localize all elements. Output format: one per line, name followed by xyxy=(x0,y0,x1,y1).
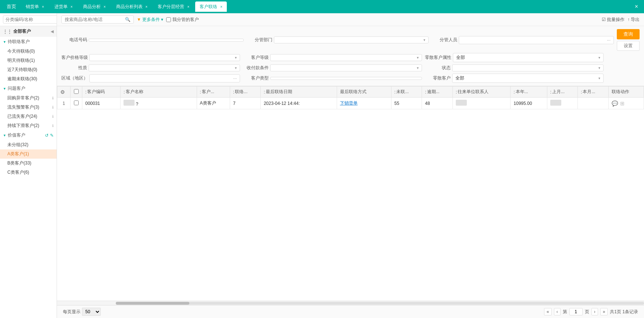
filter-price-grade: 客户价格等级 ▾ xyxy=(61,54,240,61)
sidebar-item-churned[interactable]: 已流失客户(24) ℹ xyxy=(0,112,57,121)
sidebar-item-today-contact[interactable]: 今天待联络(0) xyxy=(0,47,57,56)
col-uncontacted[interactable]: :未联... xyxy=(391,86,422,98)
sidebar-item-ungrouped[interactable]: 未分组(32) xyxy=(0,140,57,149)
all-customers-header[interactable]: ⋮⋮ 全部客户 ◀ xyxy=(0,26,57,37)
filter-search-icon[interactable]: 🔍 xyxy=(125,17,130,22)
col-customer-type[interactable]: :客户... xyxy=(197,86,230,98)
prev-page-btn[interactable]: ‹ xyxy=(554,308,561,315)
col-contact-count[interactable]: :联络... xyxy=(230,86,260,98)
col-this-month[interactable]: :本月... xyxy=(578,86,608,98)
close-product-analysis-list-icon[interactable]: × xyxy=(146,5,148,9)
col-customer-name[interactable]: :客户名称 xyxy=(121,86,197,98)
tab-product-analysis-list[interactable]: 商品分析列表 × xyxy=(112,1,152,12)
sidebar-item-a-class[interactable]: A类客户(1) xyxy=(0,149,57,159)
home-tab[interactable]: 首页 xyxy=(3,3,20,10)
sidebar-item-declining[interactable]: 持续下滑客户(2) ℹ xyxy=(0,121,57,130)
cell-last-contact-method[interactable]: 下销货单 xyxy=(337,98,391,109)
select-all-checkbox[interactable] xyxy=(74,89,79,94)
triangle-down-icon: ▼ xyxy=(3,40,6,44)
contact-method-link[interactable]: 下销货单 xyxy=(340,100,358,106)
nature-select[interactable]: ▾ xyxy=(89,64,240,71)
sidebar-search-input[interactable] xyxy=(3,15,57,24)
tab-purchase-order[interactable]: 进货单 × xyxy=(50,1,77,12)
status-label: 状态 xyxy=(425,65,451,71)
qr-icon[interactable]: ⊞ xyxy=(620,100,625,106)
row-checkbox[interactable] xyxy=(74,100,79,105)
payment-label: 收付款条件 xyxy=(243,65,269,71)
col-date-sort: : xyxy=(264,89,265,95)
retail-select[interactable]: 全部 ▾ xyxy=(452,74,604,83)
tab-customer-tier[interactable]: 客户分层经营 × xyxy=(153,1,194,12)
region-select[interactable]: ··· xyxy=(89,74,240,82)
close-customer-tier-icon[interactable]: × xyxy=(187,5,189,9)
col-overdue[interactable]: :逾期... xyxy=(422,86,452,98)
dept-select[interactable]: ▾ xyxy=(274,36,429,43)
payment-select[interactable]: ▾ xyxy=(270,64,422,71)
my-customers-check[interactable] xyxy=(166,17,171,22)
collapse-icon[interactable]: ◀ xyxy=(51,29,54,33)
page-number-input[interactable] xyxy=(569,308,583,315)
per-page-select[interactable]: 50 100 200 xyxy=(82,308,101,316)
filter-search-input[interactable] xyxy=(65,17,124,22)
tab-product-analysis[interactable]: 商品分析 × xyxy=(79,1,110,12)
more-conditions-btn[interactable]: ▼ 更多条件 ▾ xyxy=(137,17,163,23)
customer-type-select[interactable] xyxy=(270,77,422,80)
chat-icon[interactable]: 💬 xyxy=(612,100,618,106)
customer-grade-select[interactable]: ▾ xyxy=(270,54,422,61)
cell-company-contact xyxy=(452,98,511,109)
sidebar-item-tomorrow-contact[interactable]: 明天待联络(1) xyxy=(0,56,57,65)
close-purchase-order-icon[interactable]: × xyxy=(71,5,73,9)
col-last-contact-method[interactable]: 最后联络方式 xyxy=(337,86,391,98)
col-this-year[interactable]: :本年... xyxy=(511,86,547,98)
col-checkbox[interactable] xyxy=(71,86,82,98)
my-customers-checkbox[interactable]: 我分管的客户 xyxy=(166,17,199,23)
tab-sales-order[interactable]: 销货单 × xyxy=(21,1,49,12)
export-btn[interactable]: ↑ 导出 xyxy=(627,17,640,23)
bottom-scrollbar[interactable] xyxy=(57,301,644,305)
batch-ops-btn[interactable]: ☑ 批量操作 xyxy=(602,17,625,23)
person-dots-icon: ··· xyxy=(607,38,611,43)
per-page-label: 每页显示 xyxy=(63,309,80,315)
phone-select[interactable] xyxy=(89,39,244,42)
problem-customers-group[interactable]: ▼ 问题客户 xyxy=(0,84,57,93)
close-all-icon[interactable]: × xyxy=(632,3,641,10)
close-sales-order-icon[interactable]: × xyxy=(42,5,44,9)
sidebar-item-7day-contact[interactable]: 近7天待联络(0) xyxy=(0,65,57,74)
settings-button[interactable]: 设置 xyxy=(617,41,640,51)
sidebar-item-overdue-contact[interactable]: 逾期未联络(30) xyxy=(0,74,57,84)
col-year-sort: : xyxy=(514,89,515,95)
sidebar-item-c-class[interactable]: C类客户(6) xyxy=(0,168,57,177)
edit-icon[interactable]: ✎ xyxy=(50,133,54,138)
row-checkbox-cell[interactable] xyxy=(71,98,82,109)
sidebar-item-repurchase-abnormal[interactable]: 回购异常客户(2) ℹ xyxy=(0,93,57,103)
col-company-contact[interactable]: :往来单位联系人 xyxy=(452,86,511,98)
refresh-icon[interactable]: ↺ xyxy=(45,133,49,138)
tab-customer-contact[interactable]: 客户联络 × xyxy=(195,1,227,12)
page-label: 第 xyxy=(563,309,567,315)
close-product-analysis-icon[interactable]: × xyxy=(104,5,106,9)
person-select[interactable]: ··· xyxy=(459,36,614,44)
value-customers-label[interactable]: 价值客户 xyxy=(8,132,25,138)
status-select[interactable]: ▾ xyxy=(452,64,604,71)
col-action[interactable]: 联络动作 xyxy=(608,86,644,98)
next-page-btn[interactable]: › xyxy=(591,308,598,315)
col-last-contact-date[interactable]: :最后联络日期 xyxy=(261,86,337,98)
sidebar-item-b-class[interactable]: B类客户(33) xyxy=(0,159,57,168)
filter-row-1: 电话号码 分管部门 ▾ 分管人员 ··· xyxy=(61,29,640,51)
close-customer-contact-icon[interactable]: × xyxy=(220,5,222,9)
first-page-btn[interactable]: « xyxy=(544,308,552,315)
table-settings-icon[interactable]: ⚙ xyxy=(60,89,65,95)
col-customer-code[interactable]: :客户编码 xyxy=(82,86,121,98)
price-grade-select[interactable]: ▾ xyxy=(89,54,240,61)
nature-label: 性质 xyxy=(61,65,87,71)
retail-attr-select[interactable]: 全部 ▾ xyxy=(453,53,604,62)
col-settings[interactable]: ⚙ xyxy=(57,86,71,98)
col-month-sort: : xyxy=(581,89,582,95)
query-button[interactable]: 查询 xyxy=(617,29,640,39)
filter-icon: ▼ xyxy=(137,17,141,22)
pending-contact-group[interactable]: ▼ 待联络客户 xyxy=(0,37,57,47)
last-page-btn[interactable]: » xyxy=(600,308,608,315)
sidebar-item-churn-warning[interactable]: 流失预警客户(3) ℹ xyxy=(0,103,57,112)
cell-action[interactable]: 💬 ⊞ xyxy=(608,98,644,109)
col-last-month[interactable]: :上月... xyxy=(547,86,577,98)
